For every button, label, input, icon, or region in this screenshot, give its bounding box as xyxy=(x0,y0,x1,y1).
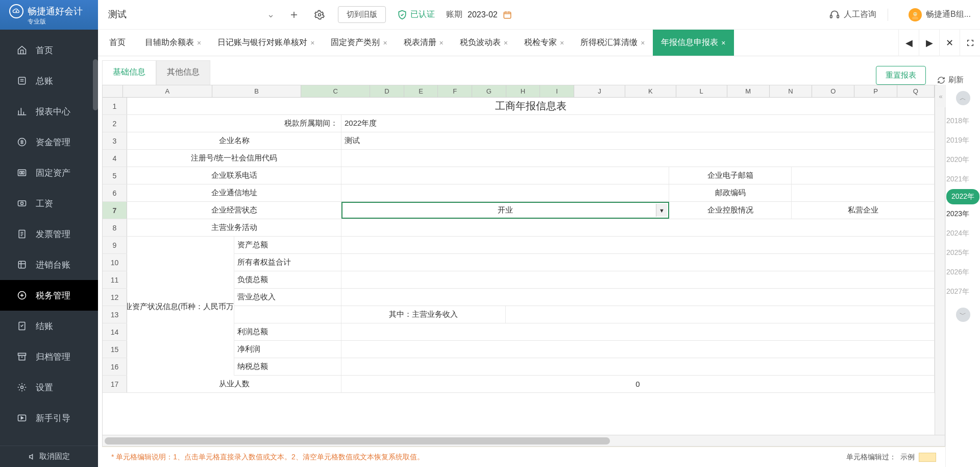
cell[interactable]: 利润总额 xyxy=(234,323,341,340)
cell[interactable] xyxy=(341,237,935,253)
tab-close-icon[interactable]: × xyxy=(721,39,725,47)
row-header-3[interactable]: 3 xyxy=(103,132,127,149)
vertical-scrollbar[interactable] xyxy=(935,85,945,435)
tabs-scroll-right[interactable]: ▶ xyxy=(919,30,939,56)
tabs-close-all[interactable]: ✕ xyxy=(939,30,960,56)
tab-close-icon[interactable]: × xyxy=(197,39,201,47)
cell[interactable] xyxy=(341,341,935,358)
year-up-button[interactable]: ︿ xyxy=(956,91,970,105)
tab-所得税汇算清缴[interactable]: 所得税汇算清缴× xyxy=(572,30,653,56)
cell[interactable]: 注册号/统一社会信用代码 xyxy=(127,150,341,167)
year-2024年[interactable]: 2024年 xyxy=(946,224,979,243)
tab-日记账与银行对账单核对[interactable]: 日记账与银行对账单核对× xyxy=(209,30,323,56)
sidebar-item-jinxiao[interactable]: 进销台账 xyxy=(0,249,98,280)
sidebar-item-guide[interactable]: 新手引导 xyxy=(0,403,98,433)
col-header-A[interactable]: A xyxy=(123,85,212,97)
sidebar-item-close[interactable]: 结账 xyxy=(0,311,98,341)
col-header-M[interactable]: M xyxy=(727,85,770,97)
row-header-1[interactable]: 1 xyxy=(103,98,127,114)
cell[interactable] xyxy=(792,167,935,184)
cell[interactable] xyxy=(506,306,935,323)
row-header-9[interactable]: 9 xyxy=(103,237,127,253)
tabs-fullscreen[interactable] xyxy=(960,30,980,56)
add-button[interactable] xyxy=(287,8,301,22)
cell[interactable]: 纳税总额 xyxy=(234,358,341,375)
col-header-B[interactable]: B xyxy=(212,85,302,97)
cell[interactable]: 邮政编码 xyxy=(669,184,792,201)
col-header-E[interactable]: E xyxy=(404,85,438,97)
cell[interactable]: 资产总额 xyxy=(234,237,341,253)
row-header-4[interactable]: 4 xyxy=(103,150,127,167)
cell[interactable]: 企业电子邮箱 xyxy=(669,167,792,184)
year-2021年[interactable]: 2021年 xyxy=(946,170,979,189)
cell[interactable] xyxy=(792,184,935,201)
tabs-scroll-left[interactable]: ◀ xyxy=(898,30,919,56)
col-header-C[interactable]: C xyxy=(301,85,370,97)
user-menu[interactable]: 畅捷通B组... xyxy=(909,8,971,21)
tab-close-icon[interactable]: × xyxy=(504,39,508,47)
col-header-O[interactable]: O xyxy=(812,85,854,97)
year-2019年[interactable]: 2019年 xyxy=(946,131,979,150)
cell[interactable] xyxy=(341,150,935,167)
sidebar-item-ledger[interactable]: 总账 xyxy=(0,65,98,96)
sidebar-item-tax[interactable]: 税务管理 xyxy=(0,280,98,311)
cell[interactable] xyxy=(341,184,669,201)
sidebar-item-fixed-assets[interactable]: 固定资产 xyxy=(0,157,98,188)
refresh-button[interactable]: 刷新 xyxy=(937,75,964,85)
tab-固定资产类别[interactable]: 固定资产类别× xyxy=(323,30,395,56)
consult-button[interactable]: 人工咨询 xyxy=(829,9,876,20)
horizontal-scrollbar[interactable] xyxy=(103,435,945,446)
cell[interactable]: 负债总额 xyxy=(234,271,341,288)
year-2027年[interactable]: 2027年 xyxy=(946,282,979,301)
cell[interactable]: 企业通信地址 xyxy=(127,184,341,201)
unpin-button[interactable]: 取消固定 xyxy=(0,446,98,467)
year-2023年[interactable]: 2023年 xyxy=(946,204,979,224)
col-header-D[interactable]: D xyxy=(370,85,404,97)
dropdown-arrow-icon[interactable]: ▼ xyxy=(656,204,667,217)
tab-close-icon[interactable]: × xyxy=(641,39,645,47)
row-header-13[interactable]: 13 xyxy=(103,306,127,323)
cell[interactable] xyxy=(341,289,935,306)
reset-report-button[interactable]: 重置报表 xyxy=(876,66,926,85)
cell[interactable] xyxy=(341,219,935,236)
cell[interactable] xyxy=(341,271,935,288)
cell[interactable]: 私营企业 xyxy=(792,202,935,219)
col-header-N[interactable]: N xyxy=(770,85,812,97)
cell[interactable]: 0 xyxy=(341,376,935,392)
tab-home[interactable]: 首页 xyxy=(98,30,137,56)
row-header-14[interactable]: 14 xyxy=(103,323,127,340)
col-header-H[interactable]: H xyxy=(506,85,541,97)
year-down-button[interactable]: ﹀ xyxy=(956,308,970,322)
accounting-period[interactable]: 账期 2023-02 xyxy=(446,9,512,20)
row-header-11[interactable]: 11 xyxy=(103,271,127,288)
cell[interactable]: 税款所属期间： xyxy=(127,115,341,132)
cell[interactable] xyxy=(341,254,935,271)
sidebar-item-archive[interactable]: 归档管理 xyxy=(0,341,98,372)
cell[interactable] xyxy=(341,358,935,375)
col-header-K[interactable]: K xyxy=(625,85,676,97)
year-2022年[interactable]: 2022年 xyxy=(946,189,979,204)
tab-目辅助余额表[interactable]: 目辅助余额表× xyxy=(137,30,209,56)
spreadsheet[interactable]: ABCDEFGHIJKLMNOPQ 1工商年报信息表2税款所属期间：2022年度… xyxy=(102,85,945,447)
select-all-corner[interactable] xyxy=(103,85,123,97)
cell[interactable]: 营业总收入 xyxy=(234,289,341,306)
tab-税检专家[interactable]: 税检专家× xyxy=(516,30,572,56)
cell[interactable] xyxy=(341,167,669,184)
cell[interactable]: 企业联系电话 xyxy=(127,167,341,184)
row-header-12[interactable]: 12 xyxy=(103,289,127,306)
business-status-dropdown[interactable]: 开业▼ xyxy=(341,202,669,219)
tab-税表清册[interactable]: 税表清册× xyxy=(396,30,452,56)
col-header-G[interactable]: G xyxy=(472,85,506,97)
cell[interactable]: 企业名称 xyxy=(127,132,341,149)
col-header-J[interactable]: J xyxy=(574,85,625,97)
tab-close-icon[interactable]: × xyxy=(310,39,314,47)
cell[interactable]: 净利润 xyxy=(234,341,341,358)
cell[interactable]: 企业控股情况 xyxy=(669,202,792,219)
cell[interactable]: 从业人数 xyxy=(127,376,341,392)
row-header-10[interactable]: 10 xyxy=(103,254,127,271)
cell[interactable]: 企业经营状态 xyxy=(127,202,341,219)
subtab-basic[interactable]: 基础信息 xyxy=(102,60,156,85)
cell[interactable]: 2022年度 xyxy=(341,115,935,132)
col-header-P[interactable]: P xyxy=(854,85,897,97)
subtab-other[interactable]: 其他信息 xyxy=(156,60,210,85)
